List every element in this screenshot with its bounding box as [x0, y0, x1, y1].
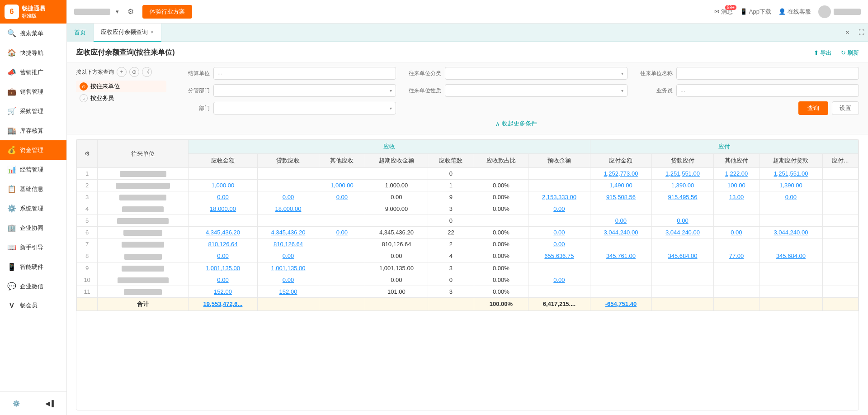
sidebar-item-operation[interactable]: 📊 经营管理: [0, 160, 66, 179]
row-loan-ar[interactable]: 18,000.00: [257, 203, 319, 215]
row-ap[interactable]: 915,508.56: [590, 191, 652, 203]
row-ar[interactable]: 0.00: [189, 250, 257, 262]
row-loan-ar[interactable]: 0.00: [257, 274, 319, 286]
sidebar-item-wechat[interactable]: 💬 企业微信: [0, 277, 66, 296]
message-button[interactable]: ✉ 消息 99+: [714, 8, 733, 16]
row-ap[interactable]: 1,252,773.00: [590, 168, 652, 180]
sidebar-item-guide[interactable]: 📖 新手引导: [0, 238, 66, 257]
row-ar[interactable]: 810,126.64: [189, 239, 257, 250]
table-settings-icon[interactable]: ⚙: [85, 150, 90, 157]
footer-ar-total[interactable]: 19,553,472,6...: [189, 297, 257, 310]
sidebar-item-purchase[interactable]: 🛒 采购管理: [0, 101, 66, 121]
row-overdue-ap[interactable]: 0.00: [760, 191, 823, 203]
add-filter-button[interactable]: +: [117, 67, 127, 77]
sidebar-item-sales[interactable]: 💼 销售管理: [0, 82, 66, 101]
edit-filter-button[interactable]: ⊙: [129, 67, 139, 77]
row-ar[interactable]: 0.00: [189, 191, 257, 203]
collapse-filter-button[interactable]: 《: [142, 67, 152, 77]
sidebar-item-marketing[interactable]: 📣 营销推广: [0, 62, 66, 82]
row-unit: [98, 180, 189, 191]
row-prepay[interactable]: 2,153,333.00: [528, 191, 590, 203]
sidebar-item-finance[interactable]: 💰 资金管理: [0, 140, 66, 160]
row-overdue-ap[interactable]: 3,044,240.00: [760, 227, 823, 239]
row-ar[interactable]: 152.00: [189, 286, 257, 297]
row-loan-ar[interactable]: 0.00: [257, 191, 319, 203]
unit-nature-input[interactable]: ▾: [445, 84, 627, 97]
row-loan-ar[interactable]: 152.00: [257, 286, 319, 297]
row-other-ar[interactable]: 1,000.00: [319, 180, 365, 191]
topbar-gear-icon[interactable]: ⚙: [124, 5, 137, 18]
sidebar-item-system[interactable]: ⚙️ 系统管理: [0, 199, 66, 218]
expand-button[interactable]: ⛶: [855, 29, 868, 36]
row-ar[interactable]: 0.00: [189, 274, 257, 286]
row-prepay[interactable]: 0.00: [528, 239, 590, 250]
collapse-btn[interactable]: ◀▐: [42, 396, 57, 410]
sidebar-item-hardware[interactable]: 📱 智能硬件: [0, 257, 66, 277]
salesperson-input[interactable]: ···: [676, 84, 859, 97]
sidebar-item-corp[interactable]: 🏢 企业协同: [0, 218, 66, 238]
row-loan-ar[interactable]: 4,345,436.20: [257, 227, 319, 239]
sidebar-item-quicknav[interactable]: 🏠 快捷导航: [0, 43, 66, 62]
sidebar-item-basic[interactable]: 📋 基础信息: [0, 179, 66, 199]
row-prepay[interactable]: 0.00: [528, 227, 590, 239]
row-overdue-ap[interactable]: 1,251,551.00: [760, 168, 823, 180]
row-ar[interactable]: 1,000.00: [189, 180, 257, 191]
query-button[interactable]: 查询: [798, 101, 828, 115]
row-loan-ap[interactable]: 915,495.56: [652, 191, 714, 203]
setting-button[interactable]: 设置: [832, 101, 859, 115]
row-other-ap[interactable]: 1,222.00: [713, 168, 759, 180]
row-overdue-ap[interactable]: 1,390.00: [760, 180, 823, 191]
tab-ar-query[interactable]: 应收应付余额查询 ×: [94, 24, 161, 42]
th-settings[interactable]: ⚙: [77, 140, 98, 168]
row-loan-ap[interactable]: 0.00: [652, 215, 714, 227]
row-ap[interactable]: 0.00: [590, 215, 652, 227]
dept-input[interactable]: ▾: [213, 102, 396, 114]
filter-option-by-unit[interactable]: ⊙ 按往来单位: [76, 81, 166, 92]
export-button[interactable]: ⬆ 导出: [814, 49, 832, 57]
row-other-ap[interactable]: 77.00: [713, 250, 759, 262]
unit-name-input[interactable]: [676, 67, 859, 80]
row-ap[interactable]: 3,044,240.00: [590, 227, 652, 239]
row-other-ap[interactable]: 100.00: [713, 180, 759, 191]
row-loan-ar[interactable]: 810,126.64: [257, 239, 319, 250]
row-loan-ap[interactable]: 3,044,240.00: [652, 227, 714, 239]
row-other-ar[interactable]: 0.00: [319, 227, 365, 239]
close-all-button[interactable]: ×: [840, 29, 855, 37]
row-prepay[interactable]: 0.00: [528, 274, 590, 286]
row-loan-ap[interactable]: 345,684.00: [652, 250, 714, 262]
refresh-button[interactable]: ↻ 刷新: [841, 49, 859, 57]
filter-option-by-staff[interactable]: ○ 按业务员: [76, 92, 166, 104]
industry-plan-button[interactable]: 体验行业方案: [142, 5, 192, 19]
row-ap[interactable]: 345,761.00: [590, 250, 652, 262]
row-loan-ar[interactable]: 1,001,135.00: [257, 262, 319, 274]
row-overdue-ap[interactable]: 345,684.00: [760, 250, 823, 262]
row-other-ap[interactable]: 0.00: [713, 227, 759, 239]
row-ar[interactable]: 18,000.00: [189, 203, 257, 215]
settings-btn[interactable]: ⚙️: [9, 396, 24, 410]
row-loan-ap[interactable]: 1,390.00: [652, 180, 714, 191]
sidebar-item-inventory[interactable]: 🏬 库存核算: [0, 121, 66, 140]
footer-ap-total[interactable]: -654,751.40: [590, 297, 652, 310]
row-ar[interactable]: 4,345,436.20: [189, 227, 257, 239]
table-wrapper[interactable]: ⚙ 往来单位 应收 应付 应收金额 贷款应收 其他应收 超期应收金额 应收笔数 …: [76, 139, 859, 410]
row-other-ar[interactable]: 0.00: [319, 191, 365, 203]
online-service-button[interactable]: 👤 在线客服: [778, 8, 811, 16]
user-area[interactable]: [818, 5, 861, 18]
row-loan-ap[interactable]: 1,251,551.00: [652, 168, 714, 180]
manage-dept-input[interactable]: ▾: [213, 84, 396, 97]
sidebar-item-member[interactable]: V 畅会员: [0, 296, 66, 315]
unit-category-input[interactable]: ▾: [445, 67, 627, 80]
row-ar[interactable]: 1,001,135.00: [189, 262, 257, 274]
row-other-ap[interactable]: 13.00: [713, 191, 759, 203]
row-prepay[interactable]: 0.00: [528, 203, 590, 215]
tab-close-icon[interactable]: ×: [151, 29, 154, 35]
settlement-unit-input[interactable]: ···: [213, 67, 396, 80]
collapse-more-button[interactable]: ∧ 收起更多条件: [494, 118, 539, 129]
sidebar-item-search[interactable]: 🔍 搜索菜单: [0, 24, 66, 43]
row-loan-ar[interactable]: 0.00: [257, 250, 319, 262]
tab-home[interactable]: 首页: [67, 24, 94, 42]
row-prepay[interactable]: 655,636.75: [528, 250, 590, 262]
app-download-button[interactable]: 📱 App下载: [740, 8, 771, 16]
topbar-dropdown[interactable]: ▾: [116, 8, 119, 15]
row-ap[interactable]: 1,490.00: [590, 180, 652, 191]
